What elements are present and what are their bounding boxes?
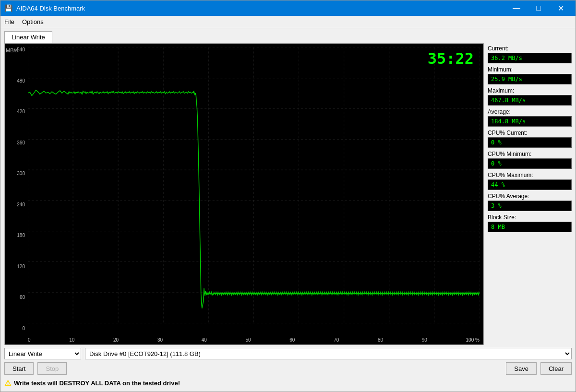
- title-bar: 💾 AIDA64 Disk Benchmark — □ ✕: [0, 0, 576, 16]
- menu-bar: File Options: [0, 16, 576, 28]
- stat-current-value: 36.2 MB/s: [488, 53, 572, 63]
- warning-text: Write tests will DESTROY ALL DATA on the…: [14, 380, 180, 387]
- x-label-100: 100 %: [466, 337, 480, 343]
- x-label-80: 80: [378, 337, 383, 343]
- x-label-40: 40: [202, 337, 207, 343]
- controls-row: Linear Write Disk Drive #0 [ECOT920-12] …: [4, 348, 572, 359]
- y-label-420: 420: [5, 109, 27, 114]
- y-label-60: 60: [5, 295, 27, 300]
- y-label-480: 480: [5, 79, 27, 83]
- stat-average-value: 184.8 MB/s: [488, 116, 572, 127]
- y-label-300: 300: [5, 171, 27, 176]
- stat-cpu-minimum-value: 0 %: [488, 158, 572, 169]
- test-type-dropdown[interactable]: Linear Write: [4, 348, 81, 359]
- stat-cpu-maximum-label: CPU% Maximum:: [488, 172, 572, 178]
- y-label-540: 540: [5, 48, 27, 52]
- save-button[interactable]: Save: [506, 362, 537, 375]
- chart-svg: [28, 48, 480, 323]
- window-title: AIDA64 Disk Benchmark: [16, 5, 505, 12]
- stop-button[interactable]: Stop: [37, 362, 67, 375]
- x-labels: 0 10 20 30 40 50 60 70 80 90 100 %: [28, 337, 480, 343]
- stat-cpu-minimum: CPU% Minimum: 0 %: [488, 151, 572, 169]
- stat-current-label: Current:: [488, 45, 572, 52]
- close-button[interactable]: ✕: [550, 0, 572, 16]
- stat-maximum: Maximum: 467.8 MB/s: [488, 87, 572, 106]
- stat-maximum-value: 467.8 MB/s: [488, 95, 572, 106]
- x-label-90: 90: [422, 337, 427, 343]
- stat-average: Average: 184.8 MB/s: [488, 108, 572, 127]
- stat-block-size: Block Size: 8 MB: [488, 214, 572, 232]
- stat-cpu-average-value: 3 %: [488, 201, 572, 211]
- stat-cpu-average-label: CPU% Average:: [488, 193, 572, 200]
- stat-cpu-maximum-value: 44 %: [488, 179, 572, 190]
- buttons-row: Start Stop Save Clear: [4, 362, 572, 375]
- x-label-0: 0: [28, 337, 31, 343]
- window-controls: — □ ✕: [505, 0, 572, 16]
- menu-options[interactable]: Options: [18, 17, 48, 27]
- maximize-button[interactable]: □: [528, 0, 550, 16]
- y-label-240: 240: [5, 202, 27, 207]
- stat-current: Current: 36.2 MB/s: [488, 45, 572, 63]
- bottom-area: Linear Write Disk Drive #0 [ECOT920-12] …: [0, 345, 576, 392]
- clear-button[interactable]: Clear: [540, 362, 572, 375]
- menu-file[interactable]: File: [0, 17, 18, 27]
- stat-minimum-value: 25.9 MB/s: [488, 74, 572, 84]
- stat-cpu-current-value: 0 %: [488, 137, 572, 148]
- stat-average-label: Average:: [488, 108, 572, 115]
- stats-panel: Current: 36.2 MB/s Minimum: 25.9 MB/s Ma…: [488, 43, 572, 345]
- stat-minimum-label: Minimum:: [488, 66, 572, 73]
- stat-block-size-label: Block Size:: [488, 214, 572, 221]
- x-label-20: 20: [113, 337, 119, 343]
- warning-row: ⚠ Write tests will DESTROY ALL DATA on t…: [4, 378, 572, 389]
- stat-cpu-average: CPU% Average: 3 %: [488, 193, 572, 211]
- x-label-30: 30: [157, 337, 163, 343]
- stat-block-size-value: 8 MB: [488, 222, 572, 232]
- tab-bar: Linear Write: [0, 28, 576, 43]
- stat-cpu-current-label: CPU% Current:: [488, 130, 572, 136]
- warning-icon: ⚠: [4, 379, 11, 388]
- y-label-360: 360: [5, 141, 27, 145]
- y-label-120: 120: [5, 264, 27, 269]
- x-label-70: 70: [334, 337, 339, 343]
- stat-maximum-label: Maximum:: [488, 87, 572, 94]
- minimize-button[interactable]: —: [505, 0, 528, 16]
- tab-linear-write[interactable]: Linear Write: [4, 31, 52, 43]
- stat-cpu-current: CPU% Current: 0 %: [488, 130, 572, 148]
- drive-dropdown[interactable]: Disk Drive #0 [ECOT920-12] (111.8 GB): [85, 348, 572, 359]
- chart-panel: MB/s 0 60 120 180 240 300 360 420 480 54…: [4, 43, 484, 345]
- stat-minimum: Minimum: 25.9 MB/s: [488, 66, 572, 84]
- x-label-60: 60: [289, 337, 295, 343]
- start-button[interactable]: Start: [4, 362, 34, 375]
- stat-cpu-minimum-label: CPU% Minimum:: [488, 151, 572, 157]
- x-label-50: 50: [246, 337, 251, 343]
- y-label-0: 0: [5, 326, 27, 331]
- y-labels: 0 60 120 180 240 300 360 420 480 540: [5, 48, 27, 333]
- y-label-180: 180: [5, 233, 27, 238]
- stat-cpu-maximum: CPU% Maximum: 44 %: [488, 172, 572, 190]
- app-icon: 💾: [4, 4, 12, 12]
- chart-container: MB/s 0 60 120 180 240 300 360 420 480 54…: [5, 44, 483, 344]
- x-label-10: 10: [69, 337, 74, 343]
